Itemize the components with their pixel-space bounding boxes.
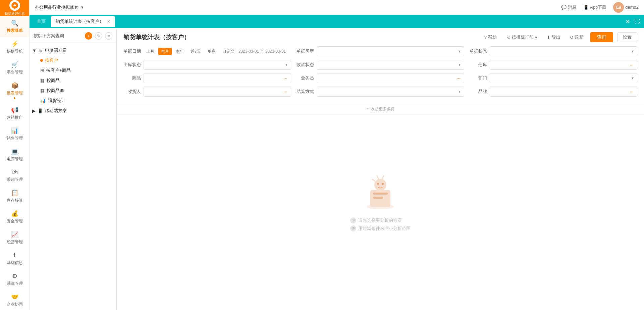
left-panel-header: 按以下方案查询 + ✎ « [30,28,116,43]
export-btn[interactable]: ⬇ 导出 [544,33,563,42]
tree-mobile-group[interactable]: ▶ 📱 移动端方案 [30,106,116,116]
active-dot [40,59,43,62]
sidebar-item-retail[interactable]: 🛒 零售管理 [0,58,30,79]
sidebar-item-quick-nav[interactable]: ⚡ 快捷导航 [0,37,30,58]
shortcut-last-month[interactable]: 上月 [144,48,157,55]
filter-brand-cell: 品牌 ··· [470,87,637,97]
consignee-dots-icon[interactable]: ··· [283,89,287,94]
shortcut-this-month[interactable]: 本月 [158,48,172,55]
filter-docstatus-cell: 单据状态 ▾ [470,46,637,56]
page-header: 销货单统计表（按客户） ? 帮助 🖨 按模板打印 ▾ ⬇ 导出 [117,28,644,42]
sidebar-item-label: 经营管理 [7,239,23,245]
filter-row-2: 出库状态 ▾ 收款状态 ▾ 仓库 [123,60,637,70]
tree-item-by-goods[interactable]: ▦ 按商品 [35,75,116,86]
empty-tip-1: ① 请先选择要分析的方案 [350,217,411,223]
sidebar-item-purchase[interactable]: 🛍 采购管理 [0,165,30,186]
sidebar-item-system[interactable]: ⚙ 系统管理 [0,269,30,290]
receiptstatus-select[interactable]: ▾ [317,60,464,70]
goods-input[interactable]: ··· [144,73,291,83]
consignee-label: 收货人 [123,89,141,95]
brand-label: 品牌 [470,89,487,95]
consignee-input[interactable]: ··· [144,87,291,97]
tabbar: 首页 销货单统计表（按客户） ✕ ✕ ⛶ [30,15,644,28]
goods-dots-icon[interactable]: ··· [283,75,287,81]
topbar-message-btn[interactable]: 💬 消息 [561,4,577,10]
print-icon: 🖨 [506,35,511,40]
collapse-label: 收起更多条件 [371,106,395,112]
doctype-dropdown-icon: ▾ [459,49,461,54]
tabbar-close-btn[interactable]: ✕ [624,17,631,26]
help-btn[interactable]: ? 帮助 [482,33,499,42]
date-range: 2023-03-01 至 2023-03-31 [238,49,286,54]
sidebar-logo[interactable]: 畅捷通好生意 [0,0,30,16]
logo-text: 畅捷通好生意 [5,11,25,16]
collapse-panel-btn[interactable]: « [105,32,112,40]
salesperson-label: 业务员 [297,75,314,81]
shortcut-this-year[interactable]: 本年 [173,48,186,55]
brand-input[interactable]: ··· [490,87,637,97]
sidebar-item-operation[interactable]: 📈 经营管理 [0,227,30,248]
tree-item-by-customer-goods[interactable]: ⊞ 按客户+商品 [35,65,116,75]
tab-close-icon[interactable]: ✕ [107,19,110,24]
sidebar-item-sales[interactable]: 📊 销售管理 [0,124,30,145]
edit-icon: ✎ [97,34,100,38]
sidebar-item-enterprise[interactable]: 🤝 企业协同 [0,290,30,310]
svg-point-6 [377,183,379,185]
sidebar-item-basic[interactable]: ℹ 基础信息 [0,248,30,269]
retail-icon: 🛒 [11,61,18,68]
sidebar-item-label: 搜索菜单 [7,28,23,34]
edit-scheme-btn[interactable]: ✎ [95,32,102,40]
page-actions: ? 帮助 🖨 按模板打印 ▾ ⬇ 导出 ↺ 刷新 [482,32,637,42]
sidebar-item-marketing[interactable]: 📢 营销推广 [0,103,30,124]
shortcut-7days[interactable]: 近7天 [188,48,204,55]
tabbar-fullscreen-btn[interactable]: ⛶ [633,17,641,26]
collapse-btn[interactable]: ⌃ 收起更多条件 [366,106,395,112]
outstatus-select[interactable]: ▾ [144,60,291,70]
tab-sales-stats-label: 销货单统计表（按客户） [56,18,104,24]
department-select[interactable]: ▾ [490,73,637,83]
topbar-dropdown-icon[interactable]: ▾ [81,5,84,10]
tab-home[interactable]: 首页 [32,16,50,27]
docstatus-select[interactable]: ▾ [490,46,637,56]
sidebar-item-search[interactable]: 🔍 搜索菜单 [0,16,30,37]
settings-button[interactable]: 设置 [617,32,637,42]
tree-item-return-stats[interactable]: 📊 退货统计 [35,96,116,106]
doctype-label: 单据类型 [297,48,314,54]
add-scheme-btn[interactable]: + [85,32,92,40]
sidebar-item-inventory[interactable]: 📋 库存核算 [0,186,30,207]
sidebar-item-label: 批发管理 [7,90,23,96]
warehouse-input[interactable]: ··· [490,60,637,70]
tree-desktop-children: 按客户 ⊞ 按客户+商品 ▦ 按商品 ▦ 按商品99 � [30,55,116,106]
warehouse-dots-icon[interactable]: ··· [630,62,634,67]
quick-nav-icon: ⚡ [11,40,18,48]
filter-row-1: 单据日期 上月 本月 本年 近7天 更多 自定义 2023-03-01 至 20… [123,46,637,56]
doctype-select[interactable]: ▾ [317,46,464,56]
refresh-btn[interactable]: ↺ 刷新 [567,33,586,42]
tree-item-by-customer[interactable]: 按客户 [35,55,116,65]
topbar-user[interactable]: Ea demo2 [613,2,639,13]
tab-sales-stats[interactable]: 销货单统计表（按客户） ✕ [51,16,115,27]
collapse-icon: « [108,34,110,38]
salesperson-input[interactable]: ··· [317,73,464,83]
refresh-icon: ↺ [570,35,574,40]
filter-row-3: 商品 ··· 业务员 ··· 部门 [123,73,637,83]
collapse-up-icon: ⌃ [366,107,369,112]
shortcut-custom[interactable]: 自定义 [220,48,237,55]
sales-icon: 📊 [11,127,18,135]
sidebar-item-ecommerce[interactable]: 💻 电商管理 [0,145,30,165]
sidebar-item-finance[interactable]: 💰 资金管理 [0,207,30,227]
settlement-select[interactable]: ▾ [317,87,464,97]
shortcut-more[interactable]: 更多 [205,48,218,55]
empty-state: ① 请先选择要分析的方案 ② 用过滤条件来缩小分析范围 [117,114,644,310]
tree-desktop-group[interactable]: ▼ 🖥 电脑端方案 [30,45,116,55]
salesperson-dots-icon[interactable]: ··· [457,75,461,81]
avatar: Ea [613,2,624,13]
tree-item-by-goods-99[interactable]: ▦ 按商品99 [35,86,116,96]
print-dropdown-icon: ▾ [535,35,537,40]
template-print-btn[interactable]: 🖨 按模板打印 ▾ [503,33,540,42]
tip-num-1: ① [350,217,356,223]
query-button[interactable]: 查询 [590,32,613,42]
brand-dots-icon[interactable]: ··· [630,89,634,94]
sidebar-item-wholesale[interactable]: 📦 批发管理 ▲ [0,79,30,103]
topbar-appdownload-btn[interactable]: 📱 App下载 [583,4,606,10]
